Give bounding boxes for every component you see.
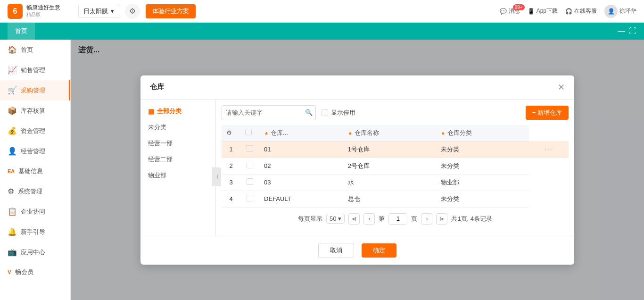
table-row[interactable]: 1 01 1号仓库 未分类 ··· xyxy=(222,141,569,158)
apps-icon: 📺 xyxy=(8,248,17,257)
category-panel: ▦ 全部分类 未分类 经营一部 经营二部 物业部 xyxy=(140,100,216,236)
header-right: 💬 消息 99+ 📱 App下载 🎧 在线客服 👤 徐泽华 xyxy=(500,5,636,18)
category-label: 经营二部 xyxy=(148,155,173,164)
header-checkbox[interactable] xyxy=(245,129,252,135)
category-ops2[interactable]: 经营二部 xyxy=(140,151,215,167)
th-category: ▲ 仓库分类 xyxy=(436,125,529,142)
sidebar-label: 销售管理 xyxy=(21,66,45,75)
category-all[interactable]: ▦ 全部分类 xyxy=(140,103,215,119)
gear-icon: ⚙ xyxy=(129,7,136,16)
table-row[interactable]: 4 DEFAULT 总仓 未分类 xyxy=(222,191,569,207)
row-checkbox[interactable] xyxy=(247,162,253,168)
sidebar: 🏠 首页 📈 销售管理 🛒 采购管理 📦 库存核算 💰 资金管理 👤 经营管理 … xyxy=(0,40,71,300)
app-download-item[interactable]: 📱 App下载 xyxy=(528,7,558,15)
sidebar-label: 经营管理 xyxy=(21,147,45,156)
per-page-select[interactable]: 50 ▾ xyxy=(326,214,345,224)
sidebar-item-finance[interactable]: 💰 资金管理 xyxy=(0,121,70,141)
modal-overlay: 仓库 ✕ ▦ 全部分类 未分类 经营一 xyxy=(71,40,644,300)
row-num: 3 xyxy=(222,174,240,191)
messages-item[interactable]: 💬 消息 99+ xyxy=(500,7,520,15)
th-code: ▲ 仓库... xyxy=(259,125,343,142)
cancel-button[interactable]: 取消 xyxy=(318,243,354,258)
row-num: 4 xyxy=(222,191,240,207)
category-label: 未分类 xyxy=(148,123,166,132)
top-header: 6 畅康通好生意 精品版 日太阳膜 ▾ ⚙ 体验行业方案 💬 消息 99+ 📱 … xyxy=(0,0,644,23)
prev-page-button[interactable]: ‹ xyxy=(363,213,375,225)
service-item[interactable]: 🎧 在线客服 xyxy=(565,7,597,15)
row-checkbox-cell[interactable] xyxy=(240,174,259,191)
enterprise-icon: 📋 xyxy=(8,207,17,216)
sort-icon: ▲ xyxy=(348,130,353,135)
second-nav: 首页 — ⛶ xyxy=(0,23,644,40)
action-menu-icon[interactable]: ··· xyxy=(545,146,553,153)
sort-icon: ▲ xyxy=(264,130,269,135)
try-industry-button[interactable]: 体验行业方案 xyxy=(146,4,196,18)
sales-icon: 📈 xyxy=(8,66,17,75)
confirm-button[interactable]: 确定 xyxy=(362,243,396,258)
category-property[interactable]: 物业部 xyxy=(140,167,215,183)
nav-right-icons: — ⛶ xyxy=(618,27,636,35)
nav-maximize-icon[interactable]: ⛶ xyxy=(629,27,636,35)
category-all-label: 全部分类 xyxy=(157,107,182,116)
sidebar-item-inventory[interactable]: 📦 库存核算 xyxy=(0,100,70,121)
row-code: 02 xyxy=(259,158,343,174)
basic-info-icon: EA xyxy=(8,168,15,174)
sidebar-item-operations[interactable]: 👤 经营管理 xyxy=(0,141,70,161)
sidebar-item-home[interactable]: 🏠 首页 xyxy=(0,40,70,60)
headset-icon: 🎧 xyxy=(565,8,572,15)
show-disabled-checkbox[interactable] xyxy=(322,109,328,116)
search-box: 🔍 xyxy=(222,105,316,120)
modal-close-button[interactable]: ✕ xyxy=(558,82,565,92)
sidebar-item-guide[interactable]: 🔔 新手引导 xyxy=(0,222,70,242)
row-checkbox-cell[interactable] xyxy=(240,191,259,207)
finance-icon: 💰 xyxy=(8,126,17,135)
operations-icon: 👤 xyxy=(8,147,17,156)
page-input[interactable] xyxy=(388,213,407,225)
modal-footer: 取消 确定 xyxy=(140,236,574,265)
avatar: 👤 xyxy=(604,5,618,18)
show-disabled-label: 显示停用 xyxy=(331,108,355,117)
sidebar-item-system[interactable]: ⚙ 系统管理 xyxy=(0,181,70,201)
add-warehouse-button[interactable]: + 新增仓库 xyxy=(526,106,569,120)
user-item[interactable]: 👤 徐泽华 xyxy=(604,5,636,18)
row-checkbox[interactable] xyxy=(247,145,253,152)
sidebar-item-vip[interactable]: V 畅会员 xyxy=(0,262,70,282)
row-name: 水 xyxy=(343,174,436,191)
sidebar-label: 库存核算 xyxy=(21,107,45,115)
table-row[interactable]: 2 02 2号仓库 未分类 xyxy=(222,158,569,174)
sidebar-item-apps[interactable]: 📺 应用中心 xyxy=(0,242,70,262)
row-checkbox[interactable] xyxy=(247,178,253,185)
row-checkbox-cell[interactable] xyxy=(240,141,259,158)
sidebar-item-purchase[interactable]: 🛒 采购管理 xyxy=(0,80,70,100)
nav-minimize-icon[interactable]: — xyxy=(618,27,625,35)
show-disabled-checkbox-area[interactable]: 显示停用 xyxy=(322,108,355,117)
settings-button[interactable]: ⚙ xyxy=(125,4,140,19)
first-page-button[interactable]: ⊲ xyxy=(348,213,360,225)
company-selector[interactable]: 日太阳膜 ▾ xyxy=(78,5,119,18)
sidebar-label: 首页 xyxy=(21,46,33,54)
search-icon[interactable]: 🔍 xyxy=(305,109,313,116)
nav-tab-home[interactable]: 首页 xyxy=(8,23,35,40)
inventory-icon: 📦 xyxy=(8,106,17,115)
th-name: ▲ 仓库名称 xyxy=(343,125,436,142)
th-checkbox xyxy=(240,125,259,142)
row-num: 1 xyxy=(222,141,240,158)
row-name: 2号仓库 xyxy=(343,158,436,174)
table-row[interactable]: 3 03 水 物业部 xyxy=(222,174,569,191)
sidebar-item-sales[interactable]: 📈 销售管理 xyxy=(0,60,70,80)
collapse-button[interactable]: 《 xyxy=(212,167,221,186)
category-ops1[interactable]: 经营一部 xyxy=(140,135,215,151)
search-input[interactable] xyxy=(226,109,305,116)
row-checkbox[interactable] xyxy=(247,195,253,201)
row-num: 2 xyxy=(222,158,240,174)
select-arrow: ▾ xyxy=(338,215,341,222)
last-page-button[interactable]: ⊳ xyxy=(436,213,447,225)
logo-icon: 6 xyxy=(8,4,23,19)
sidebar-item-enterprise[interactable]: 📋 企业协同 xyxy=(0,201,70,222)
next-page-button[interactable]: › xyxy=(421,213,432,225)
row-actions[interactable]: ··· xyxy=(529,141,569,158)
sidebar-item-basic-info[interactable]: EA 基础信息 xyxy=(0,161,70,181)
category-unclassified[interactable]: 未分类 xyxy=(140,119,215,135)
row-code: 03 xyxy=(259,174,343,191)
row-checkbox-cell[interactable] xyxy=(240,158,259,174)
